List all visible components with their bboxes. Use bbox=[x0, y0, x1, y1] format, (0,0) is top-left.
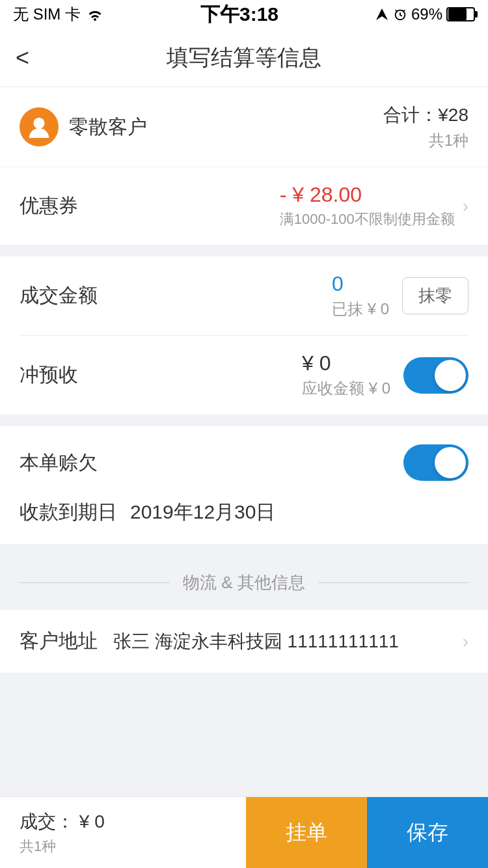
status-bar: 无 SIM 卡 下午3:18 69% bbox=[0, 0, 488, 29]
customer-right: 合计：¥28 共1种 bbox=[383, 103, 468, 151]
debt-toggle-thumb bbox=[435, 447, 466, 478]
save-button[interactable]: 保存 bbox=[367, 797, 488, 869]
sim-text: 无 SIM 卡 bbox=[13, 4, 81, 25]
address-row[interactable]: 客户地址 张三 海淀永丰科技园 11111111111 › bbox=[0, 610, 488, 673]
debt-section: 本单赊欠 收款到期日 2019年12月30日 bbox=[0, 426, 488, 544]
toggle-thumb bbox=[435, 360, 466, 391]
status-time: 下午3:18 bbox=[200, 1, 278, 28]
content: 零散客户 合计：¥28 共1种 优惠券 - ¥ 28.00 满1000-100不… bbox=[0, 87, 488, 763]
coupon-label: 优惠券 bbox=[20, 193, 78, 219]
advance-sub: 应收金额 ¥ 0 bbox=[302, 378, 390, 399]
transaction-amount-row: 成交金额 0 已抹 ¥ 0 抹零 bbox=[20, 256, 468, 336]
due-date-row: 收款到期日 2019年12月30日 bbox=[20, 499, 468, 544]
transaction-right: 0 已抹 ¥ 0 抹零 bbox=[332, 272, 468, 319]
alarm-icon bbox=[393, 7, 407, 21]
address-chevron-icon: › bbox=[463, 631, 468, 652]
due-date-label: 收款到期日 bbox=[20, 499, 117, 526]
customer-count: 共1种 bbox=[383, 130, 468, 151]
divider-line-right bbox=[318, 582, 468, 583]
user-icon bbox=[27, 115, 51, 139]
customer-row: 零散客户 合计：¥28 共1种 bbox=[0, 87, 488, 167]
transaction-section: 成交金额 0 已抹 ¥ 0 抹零 冲预收 ¥ 0 应收金额 ¥ 0 bbox=[0, 256, 488, 414]
advance-right: ¥ 0 应收金额 ¥ 0 bbox=[302, 351, 468, 399]
transaction-amount-label: 成交金额 bbox=[20, 282, 98, 309]
nav-bar: < 填写结算等信息 bbox=[0, 29, 488, 87]
debt-row: 本单赊欠 bbox=[20, 426, 468, 499]
coupon-row[interactable]: 优惠券 - ¥ 28.00 满1000-100不限制使用金额 › bbox=[0, 167, 488, 245]
advance-toggle[interactable] bbox=[403, 357, 468, 394]
status-left: 无 SIM 卡 bbox=[13, 4, 104, 25]
divider-line-left bbox=[20, 582, 170, 583]
advance-value: ¥ 0 bbox=[302, 351, 390, 375]
round-button[interactable]: 抹零 bbox=[402, 277, 468, 314]
advance-label: 冲预收 bbox=[20, 362, 78, 388]
debt-label: 本单赊欠 bbox=[20, 450, 98, 476]
page-title: 填写结算等信息 bbox=[167, 43, 321, 73]
customer-section: 零散客户 合计：¥28 共1种 优惠券 - ¥ 28.00 满1000-100不… bbox=[0, 87, 488, 245]
battery-icon bbox=[446, 7, 475, 21]
debt-toggle[interactable] bbox=[403, 444, 468, 481]
bottom-deal-label: 成交： bbox=[20, 811, 74, 832]
customer-name: 零散客户 bbox=[69, 114, 147, 141]
location-icon bbox=[375, 7, 389, 21]
wifi-icon bbox=[86, 8, 104, 21]
coupon-chevron-icon: › bbox=[463, 196, 468, 217]
logistics-label: 物流 & 其他信息 bbox=[183, 571, 305, 594]
status-right: 69% bbox=[375, 5, 475, 23]
address-label: 客户地址 bbox=[20, 628, 98, 655]
transaction-amount-value: 0 bbox=[332, 272, 389, 296]
coupon-desc: 满1000-100不限制使用金额 bbox=[280, 210, 455, 229]
svg-point-1 bbox=[33, 118, 44, 129]
bottom-deal-value: ¥ 0 bbox=[79, 811, 105, 832]
back-button[interactable]: < bbox=[16, 44, 29, 72]
due-date-value: 2019年12月30日 bbox=[130, 499, 275, 526]
logistics-divider: 物流 & 其他信息 bbox=[0, 556, 488, 610]
bottom-count: 共1种 bbox=[20, 837, 226, 856]
customer-left: 零散客户 bbox=[20, 107, 147, 146]
hang-button[interactable]: 挂单 bbox=[246, 797, 367, 869]
coupon-discount: - ¥ 28.00 bbox=[280, 183, 455, 207]
address-section: 客户地址 张三 海淀永丰科技园 11111111111 › bbox=[0, 610, 488, 673]
avatar bbox=[20, 107, 59, 146]
bottom-bar: 成交： ¥ 0 共1种 挂单 保存 bbox=[0, 796, 488, 868]
coupon-right: - ¥ 28.00 满1000-100不限制使用金额 › bbox=[280, 183, 468, 229]
logistics-section: 物流 & 其他信息 bbox=[0, 556, 488, 610]
bottom-deal: 成交： ¥ 0 bbox=[20, 809, 226, 834]
transaction-amount-sub: 已抹 ¥ 0 bbox=[332, 299, 389, 319]
advance-row: 冲预收 ¥ 0 应收金额 ¥ 0 bbox=[20, 336, 468, 414]
address-value: 张三 海淀永丰科技园 11111111111 bbox=[113, 629, 463, 654]
battery-percent: 69% bbox=[411, 5, 442, 23]
bottom-info: 成交： ¥ 0 共1种 bbox=[0, 809, 246, 856]
customer-total: 合计：¥28 bbox=[383, 103, 468, 128]
